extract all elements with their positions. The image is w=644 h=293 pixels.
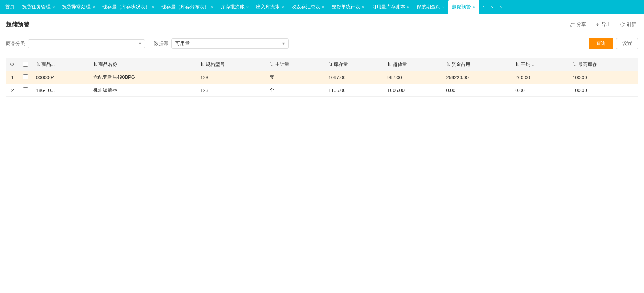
table-header-row: ⚙ ⇅ 商品... ⇅ 商品名称 ⇅ 规格型号 ⇅ 主计量 ⇅ [6,58,638,71]
export-button[interactable]: 导出 [593,20,613,29]
row-2-checkbox[interactable] [19,84,32,97]
row-1-stock: 1097.00 [325,71,384,84]
header-actions: 分享 导出 刷新 [568,20,638,29]
nav-receive-summary[interactable]: 收发存汇总表 × [288,0,328,14]
nav-inout-flow[interactable]: 出入库流水 × [252,0,288,14]
nav-stock-status[interactable]: 现存量（库存状况表）× [99,0,158,14]
svg-rect-0 [570,25,572,26]
settings-button[interactable]: 设置 [616,38,638,49]
row-1-overstock: 997.00 [384,71,442,84]
filter-bar: 商品分类 ▾ 数据源 可用量 ▾ 查询 设置 [6,35,638,52]
export-icon [595,22,600,27]
close-quality-check[interactable]: × [442,5,444,9]
nav-stock-dist[interactable]: 现存量（库存分布表）× [158,0,217,14]
nav-next-arrow[interactable]: › [488,0,497,14]
close-stock-status[interactable]: × [152,5,154,9]
row-1-max-stock: 100.00 [569,71,638,84]
close-stock-dist[interactable]: × [211,5,213,9]
col-capital-header[interactable]: ⇅ 资金占用 [442,58,512,71]
row-1-capital: 259220.00 [442,71,512,84]
datasource-chevron-icon: ▾ [282,41,285,46]
nav-batch-account[interactable]: 库存批次账 × [217,0,252,14]
close-available-account[interactable]: × [407,5,409,9]
category-select[interactable]: ▾ [28,39,145,48]
datasource-select[interactable]: 可用量 ▾ [171,38,289,49]
nav-task-mgmt[interactable]: 拣货任务管理 × [18,0,58,14]
row-2-name: 机油滤清器 [89,84,197,97]
row-2-avg: 0.00 [512,84,569,97]
row-2-max-stock: 100.00 [569,84,638,97]
nav-overstock-warning[interactable]: 超储预警 × [448,0,479,14]
close-abnormal[interactable]: × [92,5,95,9]
close-batch-account[interactable]: × [246,5,249,9]
nav-home[interactable]: 首页 [1,0,18,14]
datasource-label: 数据源 [154,40,168,47]
data-table: ⚙ ⇅ 商品... ⇅ 商品名称 ⇅ 规格型号 ⇅ 主计量 ⇅ [6,58,638,97]
row-1-spec: 123 [197,71,266,84]
row-1-unit: 套 [266,71,325,84]
filter-actions: 查询 设置 [589,38,638,49]
row-2-select-checkbox[interactable] [23,87,28,92]
close-inout-flow[interactable]: × [282,5,284,9]
refresh-icon [620,22,625,27]
share-icon [570,22,575,27]
top-nav: 首页 拣货任务管理 × 拣货异常处理 × 现存量（库存状况表）× 现存量（库存分… [0,0,644,14]
row-1-checkbox[interactable] [19,71,32,84]
col-overstock-header[interactable]: ⇅ 超储量 [384,58,442,71]
nav-more-arrow[interactable]: › [497,0,505,14]
table-settings-icon[interactable]: ⚙ [10,61,14,67]
col-stock-header[interactable]: ⇅ 库存量 [325,58,384,71]
col-max-stock-header[interactable]: ⇅ 最高库存 [569,58,638,71]
row-2-num: 2 [6,84,19,97]
close-task-mgmt[interactable]: × [52,5,55,9]
refresh-button[interactable]: 刷新 [618,20,638,29]
row-1-avg: 260.00 [512,71,569,84]
nav-prev-arrow[interactable]: ‹ [479,0,488,14]
nav-quality-check[interactable]: 保质期查询 × [413,0,448,14]
query-button[interactable]: 查询 [589,38,613,49]
main-content: 超储预警 分享 导出 刷新 [0,14,644,293]
table-row: 1 0000004 六配套新昌490BPG 123 套 1097.00 997.… [6,71,638,84]
close-receive-summary[interactable]: × [322,5,324,9]
row-2-stock: 1106.00 [325,84,384,97]
row-1-select-checkbox[interactable] [23,74,28,79]
col-unit-header[interactable]: ⇅ 主计量 [266,58,325,71]
category-label: 商品分类 [6,40,25,47]
row-2-capital: 0.00 [442,84,512,97]
nav-available-account[interactable]: 可用量库存账本 × [368,0,413,14]
page-title: 超储预警 [6,21,29,29]
row-2-code: 186-10... [32,84,89,97]
share-button[interactable]: 分享 [568,20,588,29]
col-code-header[interactable]: ⇅ 商品... [32,58,89,71]
close-order-stats[interactable]: × [362,5,364,9]
row-2-unit: 个 [266,84,325,97]
nav-abnormal[interactable]: 拣货异常处理 × [58,0,98,14]
row-2-overstock: 1006.00 [384,84,442,97]
datasource-select-text: 可用量 [175,40,190,47]
category-chevron-icon: ▾ [139,41,141,46]
row-2-spec: 123 [197,84,266,97]
col-checkbox-header[interactable] [19,58,32,71]
select-all-checkbox[interactable] [23,62,28,67]
col-settings-header[interactable]: ⚙ [6,58,19,71]
datasource-filter: 数据源 可用量 ▾ [154,38,289,49]
col-avg-header[interactable]: ⇅ 平均... [512,58,569,71]
close-overstock-warning[interactable]: × [473,5,475,9]
nav-order-stats[interactable]: 要货单统计表 × [328,0,368,14]
page-header: 超储预警 分享 导出 刷新 [6,20,638,29]
row-1-num: 1 [6,71,19,84]
row-1-code: 0000004 [32,71,89,84]
col-spec-header[interactable]: ⇅ 规格型号 [197,58,266,71]
row-1-name: 六配套新昌490BPG [89,71,197,84]
category-filter: 商品分类 ▾ [6,39,145,48]
table-row: 2 186-10... 机油滤清器 123 个 1106.00 1006.00 … [6,84,638,97]
col-name-header[interactable]: ⇅ 商品名称 [89,58,197,71]
